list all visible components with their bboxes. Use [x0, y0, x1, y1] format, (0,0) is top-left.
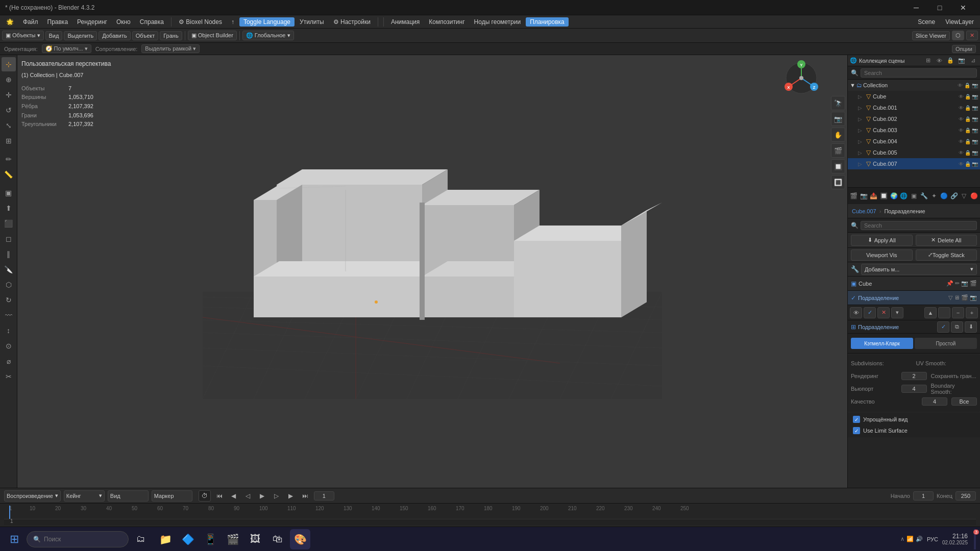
- subdiv-camera-icon[interactable]: 📷: [970, 294, 977, 301]
- cursor-tool[interactable]: ⊕: [2, 72, 16, 87]
- workspace-geom-nodes[interactable]: Ноды геометрии: [470, 17, 525, 27]
- frame-icon[interactable]: ⏱: [199, 490, 211, 502]
- cube-mod-camera[interactable]: 📷: [961, 280, 968, 287]
- edge-browser-btn[interactable]: 🔷: [178, 529, 198, 549]
- cube-mod-edit[interactable]: ✏: [955, 280, 960, 287]
- overlays-btn[interactable]: 🔲: [831, 159, 845, 173]
- delete-all-btn[interactable]: ✕ Delete All: [916, 235, 977, 246]
- add-menu-btn[interactable]: Добавить: [99, 31, 131, 40]
- zoom-in-btn[interactable]: 🔭: [831, 96, 845, 110]
- edge-slide-tool[interactable]: ↕: [2, 323, 16, 338]
- global-transform[interactable]: 🌐 Глобальное ▾: [242, 31, 294, 40]
- object-builder-btn[interactable]: ▣ Object Builder: [188, 31, 237, 40]
- measure-tool[interactable]: 📏: [2, 167, 16, 182]
- store-btn[interactable]: 🛍: [267, 529, 288, 549]
- workspace-planning[interactable]: Планировка: [526, 17, 569, 27]
- scene-props-2-btn[interactable]: 🌍: [889, 189, 899, 203]
- select-menu-btn[interactable]: Выделить: [64, 31, 97, 40]
- subdivision-modifier-item[interactable]: ✓ Подразделение ▽ 🖥 🎬 📷: [848, 291, 980, 305]
- utils-menu[interactable]: Утилиты: [296, 17, 328, 27]
- extrude-tool[interactable]: ⬆: [2, 201, 16, 215]
- taskbar-search-input[interactable]: [44, 536, 122, 543]
- move-tool[interactable]: ✛: [2, 88, 16, 102]
- render-preview-btn[interactable]: 🎬: [831, 143, 845, 158]
- subdiv-mesh-icon[interactable]: ▽: [948, 294, 952, 301]
- smooth-tool[interactable]: 〰: [2, 308, 16, 322]
- shrink-fatten-tool[interactable]: ⊙: [2, 339, 16, 353]
- quality-val[interactable]: 4: [922, 397, 947, 406]
- material-props-btn[interactable]: 🔴: [969, 189, 979, 203]
- select-tool[interactable]: ⊹: [2, 57, 16, 71]
- maximize-button[interactable]: □: [928, 0, 951, 15]
- simplified-checkbox[interactable]: ✓: [853, 416, 860, 423]
- inset-tool[interactable]: ⬛: [2, 216, 16, 231]
- view-layer-props-btn[interactable]: 🔲: [879, 189, 889, 203]
- limit-surface-checkbox[interactable]: ✓: [853, 427, 860, 434]
- end-frame-input[interactable]: [955, 491, 976, 500]
- prev-keyframe-btn[interactable]: ◁: [242, 490, 254, 502]
- collection-viewport-btn[interactable]: 🔒: [964, 83, 970, 88]
- options-btn[interactable]: Опции: [952, 45, 976, 53]
- edge-menu-btn[interactable]: Грань: [160, 31, 182, 40]
- all-val[interactable]: Все: [951, 397, 977, 406]
- apply-all-btn[interactable]: ⬇ Apply All: [851, 235, 913, 246]
- media-player-btn[interactable]: 🎬: [223, 529, 243, 549]
- close-button[interactable]: ✕: [951, 0, 975, 15]
- subdiv-render-icon[interactable]: 🎬: [961, 294, 968, 301]
- transform-tool[interactable]: ⊞: [2, 134, 16, 148]
- view-menu-btn[interactable]: Вид: [45, 31, 63, 40]
- photos-btn[interactable]: 🖼: [245, 529, 265, 549]
- playback-dropdown[interactable]: Воспроизведение ▾: [4, 490, 61, 502]
- view-layer-select[interactable]: ViewLayer: [941, 17, 978, 27]
- volume-icon[interactable]: 🔊: [916, 536, 923, 542]
- item-lock[interactable]: 🔒: [965, 94, 971, 99]
- pan-view-btn[interactable]: ✋: [831, 128, 845, 142]
- loop-cut-tool[interactable]: ∥: [2, 247, 16, 261]
- outliner-item-cube007[interactable]: ▷ ▽ Cube.007 👁 🔒 📷: [848, 158, 980, 169]
- whatsapp-btn[interactable]: 📱 3: [200, 529, 220, 549]
- outliner-item-cube004[interactable]: ▷ ▽ Cube.004 👁 🔒 📷: [848, 136, 980, 147]
- task-view-btn[interactable]: 🗂: [131, 529, 151, 549]
- toggle-language-btn[interactable]: Toggle Language: [239, 17, 295, 27]
- subdiv-settings-copy[interactable]: ⧉: [951, 321, 963, 333]
- shear-tool[interactable]: ⌀: [2, 354, 16, 368]
- file-explorer-btn[interactable]: 📁: [155, 529, 176, 549]
- marker-dropdown[interactable]: Маркер: [152, 490, 192, 502]
- camera-view-btn[interactable]: 📷: [831, 112, 845, 126]
- outliner-item-cube[interactable]: ▷ ▽ Cube 👁 🔒 📷: [848, 91, 980, 102]
- modifier-props-btn active[interactable]: 🔧: [919, 189, 929, 203]
- timeline-ruler[interactable]: 1 10 20 30 40 50 60 70 80 90 100 110 120…: [0, 504, 980, 527]
- next-keyframe-btn[interactable]: ▷: [271, 490, 282, 502]
- funnel-btn[interactable]: ⊿: [968, 56, 978, 66]
- collection-eye-btn[interactable]: 👁: [958, 83, 963, 88]
- modifier-search-input[interactable]: [861, 221, 977, 230]
- mod-ctrl-plus[interactable]: +: [966, 307, 978, 318]
- jump-end-btn[interactable]: ⏭: [300, 490, 311, 502]
- catmull-clark-btn[interactable]: Кэтмелл-Кларк: [851, 338, 913, 349]
- minimize-button[interactable]: ─: [904, 0, 928, 15]
- bevel-tool[interactable]: ◻: [2, 232, 16, 246]
- navigation-gizmo[interactable]: Y X Z: [783, 60, 819, 96]
- render-val[interactable]: 2: [901, 372, 927, 380]
- keying-dropdown[interactable]: Кейнг ▾: [64, 490, 105, 502]
- outliner-item-cube005[interactable]: ▷ ▽ Cube.005 👁 🔒 📷: [848, 147, 980, 158]
- subdiv-settings-apply[interactable]: ⬇: [965, 321, 977, 333]
- camera-restrict-btn[interactable]: 📷: [957, 56, 967, 66]
- play-btn[interactable]: ▶: [257, 490, 268, 502]
- toggle-stack-btn[interactable]: ⤢ Toggle Stack: [916, 249, 977, 261]
- particle-props-btn[interactable]: ✦: [929, 189, 939, 203]
- orientation-selector[interactable]: 🧭 По умолч... ▾: [42, 44, 91, 53]
- workspace-animation[interactable]: Анимация: [387, 17, 424, 27]
- add-cube-tool[interactable]: ▣: [2, 186, 16, 200]
- collection-render-btn[interactable]: 📷: [972, 83, 978, 88]
- workspace-compositing[interactable]: Композитинг: [425, 17, 469, 27]
- jump-start-btn[interactable]: ⏮: [214, 490, 225, 502]
- viewport-shading-wireframe[interactable]: ⬡: [952, 31, 964, 40]
- filter-btn[interactable]: ⊞: [923, 56, 933, 66]
- prev-frame-btn[interactable]: ◀: [228, 490, 239, 502]
- blender-icon-btn[interactable]: 🌟: [2, 17, 18, 27]
- rotate-tool[interactable]: ↺: [2, 103, 16, 117]
- cube-mod-render[interactable]: 🎬: [970, 280, 977, 287]
- slice-viewer-btn[interactable]: Slice Viewer: [912, 31, 950, 40]
- file-menu[interactable]: Файл: [19, 17, 42, 27]
